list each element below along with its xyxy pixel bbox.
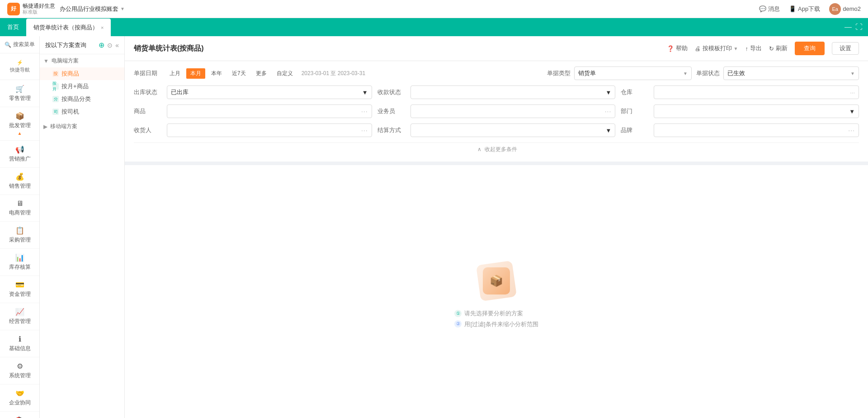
collapse-bar[interactable]: ∧ 收起更多条件	[134, 142, 859, 156]
doc-status-select[interactable]: 已生效 ▼	[723, 66, 859, 80]
sidebar-item-operations-label: 经营管理	[9, 318, 31, 325]
payment-cell: 结算方式 ▼	[377, 124, 616, 137]
search-menu-button[interactable]: 🔍 搜索菜单	[4, 41, 36, 48]
sidebar-item-ecommerce[interactable]: 🖥 电商管理	[0, 195, 39, 222]
tree-item-driver-label: 按司机	[61, 108, 79, 116]
collab-icon: 🤝	[15, 389, 24, 398]
sidebar-item-marketing[interactable]: 📢 营销推广	[0, 141, 39, 168]
collapse-up-icon: ∧	[477, 146, 481, 152]
maximize-icon[interactable]: ⛶	[855, 23, 863, 31]
tab-active[interactable]: 销货单统计表（按商品） ×	[26, 19, 111, 37]
workspace-selector[interactable]: 办公用品行业模拟账套 ▼	[60, 5, 125, 13]
staff-input[interactable]: ···	[410, 104, 616, 118]
staff-cell: 业务员 ···	[377, 104, 616, 118]
dept-select[interactable]: ▼	[654, 104, 859, 118]
sidebar-item-purchase[interactable]: 📋 采购管理	[0, 222, 39, 249]
user-menu[interactable]: Ea demo2	[829, 3, 861, 15]
date-pill-more[interactable]: 更多	[252, 68, 271, 79]
doc-type-select[interactable]: 销货单 ▼	[574, 66, 692, 80]
warehouse-select[interactable]: ···	[654, 86, 859, 99]
query-button[interactable]: 查询	[795, 42, 825, 55]
sidebar-item-basic[interactable]: ℹ 基础信息	[0, 330, 39, 357]
print-icon: 🖨	[695, 45, 701, 52]
sidebar-item-operations[interactable]: 📈 经营管理	[0, 303, 39, 330]
payment-select[interactable]: ▼	[410, 124, 616, 137]
minimize-icon[interactable]: —	[844, 23, 852, 31]
tree-item-by-category[interactable]: 分 按商品分类	[40, 93, 124, 105]
tree-arrow-pc: ▼	[43, 58, 49, 64]
staff-dots: ···	[605, 108, 612, 115]
wholesale-icon: 📦	[15, 112, 24, 120]
out-status-value: 已出库	[171, 88, 189, 96]
hint-2-text: 用[过滤]条件来缩小分析范围	[464, 319, 538, 329]
tab-close-icon[interactable]: ×	[101, 25, 104, 30]
settings-button[interactable]: 设置	[832, 42, 859, 55]
edit-scheme-icon[interactable]: ⊙	[107, 42, 113, 49]
avatar: Ea	[829, 3, 841, 15]
filter-row-3: 商品 ··· 业务员 ··· 部门 ▼	[134, 104, 859, 118]
date-pill-7days[interactable]: 近7天	[228, 68, 250, 79]
add-scheme-icon[interactable]: ⊕	[99, 41, 104, 49]
tab-home[interactable]: 首页	[0, 18, 26, 36]
filter-row-4: 收货人 ··· 结算方式 ▼ 品牌 ···	[134, 124, 859, 137]
tree-item-by-driver[interactable]: 司 按司机	[40, 105, 124, 118]
brand-cell: 品牌 ···	[621, 124, 859, 137]
msg-button[interactable]: 💬 消息	[759, 5, 780, 13]
purchase-icon: 📋	[15, 226, 24, 235]
sidebar-nav: ⚡ 快捷导航	[0, 53, 39, 80]
receiver-input[interactable]: ···	[167, 124, 372, 137]
out-status-select[interactable]: 已出库 ▼	[167, 86, 372, 99]
date-pill-custom[interactable]: 自定义	[273, 68, 297, 79]
tree-item-by-goods[interactable]: 按 按商品	[40, 67, 124, 80]
brand-input[interactable]: ···	[654, 124, 859, 137]
scheme-icon-driver: 司	[52, 109, 59, 115]
sidebar-item-system[interactable]: ⚙ 系统管理	[0, 357, 39, 385]
topbar-right: 💬 消息 📱 App下载 Ea demo2	[759, 3, 861, 15]
sidebar-item-finance[interactable]: 💳 资金管理	[0, 276, 39, 303]
sidebar-item-retail[interactable]: 🛒 零售管理	[0, 80, 39, 107]
hint-1-dot: ①	[454, 310, 462, 317]
sidebar-item-inventory[interactable]: 📊 库存核算	[0, 249, 39, 276]
app-download-button[interactable]: 📱 App下载	[789, 5, 820, 13]
operations-icon: 📈	[15, 308, 24, 316]
sidebar-item-guide[interactable]: 📚 新手引导	[0, 412, 39, 418]
doc-type-label: 单据类型	[542, 69, 574, 77]
receiver-label: 收货人	[134, 126, 163, 134]
tab-controls: — ⛶	[844, 23, 868, 31]
pay-status-select[interactable]: ▼	[410, 86, 616, 99]
tree-section-pc: ▼ 电脑端方案	[40, 54, 124, 67]
sidebar-item-wholesale[interactable]: 📦 批发管理 ▲	[0, 107, 39, 141]
brand-dots: ···	[848, 127, 855, 134]
refresh-button[interactable]: ↻ 刷新	[769, 44, 788, 52]
goods-input[interactable]: ···	[167, 104, 372, 118]
scheme-icon-month: 按月	[52, 83, 59, 90]
payment-label: 结算方式	[377, 126, 407, 134]
doc-status-caret: ▼	[850, 71, 855, 76]
staff-label: 业务员	[377, 107, 407, 115]
collapse-panel-icon[interactable]: «	[115, 42, 119, 49]
help-button[interactable]: ❓ 帮助	[667, 44, 688, 52]
page-title: 销货单统计表(按商品)	[134, 44, 204, 59]
sales-icon: 💰	[15, 172, 24, 181]
quick-nav-button[interactable]: ⚡ 快捷导航	[0, 57, 39, 76]
tree-item-category-label: 按商品分类	[61, 95, 91, 103]
quick-nav-icon: ⚡	[17, 60, 23, 66]
date-pill-this-month[interactable]: 本月	[186, 68, 205, 79]
date-pill-this-year[interactable]: 本年	[207, 68, 226, 79]
help-icon: ❓	[667, 45, 674, 52]
sidebar-item-sales[interactable]: 💰 销售管理	[0, 168, 39, 195]
empty-icon-wrapper: 📦	[469, 254, 524, 299]
system-icon: ⚙	[17, 362, 23, 370]
workspace-label: 办公用品行业模拟账套	[60, 5, 118, 13]
doc-status-value: 已生效	[727, 69, 745, 77]
sidebar-item-ecommerce-label: 电商管理	[9, 209, 31, 217]
quick-nav-label: 快捷导航	[10, 66, 30, 73]
date-pill-last-month[interactable]: 上月	[165, 68, 184, 79]
refresh-label: 刷新	[776, 44, 788, 52]
tree-item-by-month-goods[interactable]: 按月 按月+商品	[40, 80, 124, 93]
sidebar-item-collab[interactable]: 🤝 企业协同	[0, 385, 39, 412]
filter-area: 单据日期 上月 本月 本年 近7天 更多 自定义 2023-03-01 至 20…	[125, 61, 868, 162]
print-button[interactable]: 🖨 按模板打印 ▼	[695, 44, 738, 52]
export-button[interactable]: ↑ 导出	[745, 44, 762, 52]
goods-label: 商品	[134, 107, 163, 115]
